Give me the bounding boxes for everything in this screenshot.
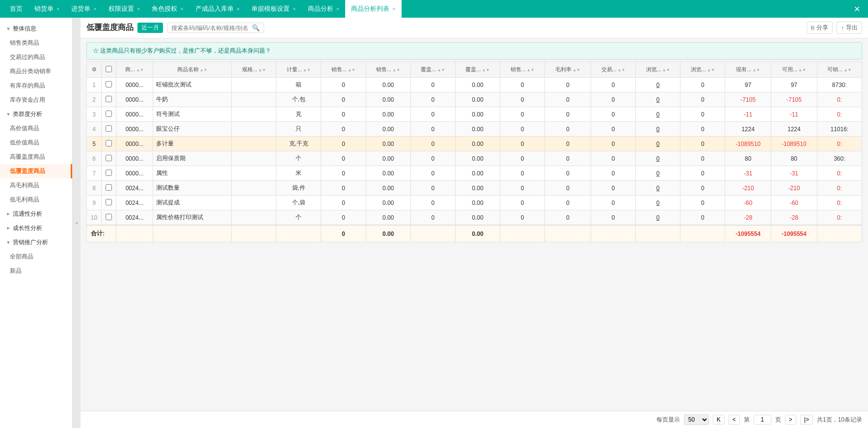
sidebar-item-low-coverage[interactable]: 低覆盖度商品 [0, 164, 72, 178]
row-checkbox[interactable] [102, 196, 116, 210]
table-row: 3 0000... 符号测试 克 0 0.00 0 0.00 0 0 0 0 0… [87, 107, 862, 122]
nav-role[interactable]: 角色授权 × [146, 0, 189, 18]
row-checkbox[interactable] [102, 210, 116, 226]
row-checkbox[interactable] [102, 181, 116, 196]
nav-permission[interactable]: 权限设置 × [103, 0, 146, 18]
col-name[interactable]: 商品名称▲▼ [153, 62, 231, 78]
share-button[interactable]: ⎘ 分享 [807, 22, 833, 34]
nav-permission-close[interactable]: × [137, 6, 140, 12]
row-sale3: 0 [500, 78, 545, 92]
col-saleable[interactable]: 可销...▲▼ [817, 62, 862, 78]
time-filter-button[interactable]: 近一月 [137, 23, 163, 33]
row-checkbox[interactable] [102, 137, 116, 151]
sidebar-item-low-margin[interactable]: 低毛利商品 [0, 193, 72, 207]
sidebar-item-high-coverage[interactable]: 高覆盖度商品 [0, 150, 72, 164]
row-browse1[interactable]: 0 [636, 196, 680, 210]
nav-role-close[interactable]: × [180, 6, 183, 12]
col-sale3[interactable]: 销售...▲▼ [500, 62, 545, 78]
col-current[interactable]: 现有...▲▼ [725, 62, 771, 78]
sidebar-section-growth[interactable]: ▼ 成长性分析 [0, 221, 72, 235]
global-close-button[interactable]: ✕ [850, 4, 864, 14]
col-sale1[interactable]: 销售...▲▼ [321, 62, 366, 78]
export-button[interactable]: ↑ 导出 [837, 22, 862, 34]
row-cov1: 0 [410, 107, 455, 122]
col-checkbox[interactable] [102, 62, 116, 78]
next-page-button[interactable]: > [785, 415, 796, 425]
sidebar-section-cluster[interactable]: ▼ 类群度分析 [0, 107, 72, 121]
page-number-input[interactable] [754, 415, 771, 425]
col-browse2[interactable]: 浏览...▲▼ [680, 62, 725, 78]
sidebar-item-sales-goods[interactable]: 销售类商品 [0, 36, 72, 50]
col-unit[interactable]: 计量...▲▼ [276, 62, 321, 78]
sidebar-item-instock-goods[interactable]: 有库存的商品 [0, 79, 72, 93]
sidebar-item-stock-capital[interactable]: 库存资金占用 [0, 93, 72, 107]
row-cov1: 0 [410, 210, 455, 226]
prev-page-button[interactable]: < [729, 415, 740, 425]
row-cov2: 0.00 [455, 196, 500, 210]
nav-purchase-close[interactable]: × [93, 6, 96, 12]
row-browse1[interactable]: 0 [636, 210, 680, 226]
row-browse1[interactable]: 0 [636, 137, 680, 151]
sidebar-item-low-value[interactable]: 低价值商品 [0, 136, 72, 150]
col-avail[interactable]: 可用...▲▼ [771, 62, 817, 78]
col-browse1[interactable]: 浏览...▲▼ [636, 62, 680, 78]
col-code[interactable]: 商...▲▼ [116, 62, 153, 78]
total-info: 共1页，10条记录 [817, 416, 862, 424]
row-browse1[interactable]: 0 [636, 107, 680, 122]
row-checkbox[interactable] [102, 122, 116, 137]
nav-finished-goods[interactable]: 产成品入库单 × [190, 0, 245, 18]
col-spec[interactable]: 规格...▲▼ [232, 62, 276, 78]
row-sale2: 0.00 [366, 107, 410, 122]
nav-sales[interactable]: 销货单 × [28, 0, 65, 18]
nav-goods-analysis-list[interactable]: 商品分析列表 × [345, 0, 401, 18]
select-all-checkbox[interactable] [106, 66, 112, 72]
row-browse1[interactable]: 0 [636, 78, 680, 92]
row-saleable: 0: [817, 137, 862, 151]
nav-goods-analysis-close[interactable]: × [336, 6, 339, 12]
nav-goods-list-close[interactable]: × [392, 6, 395, 12]
sidebar-item-all-goods[interactable]: 全部商品 [0, 250, 72, 264]
per-page-select[interactable]: 50 100 200 [684, 414, 709, 425]
col-cov2[interactable]: 覆盖...▲▼ [455, 62, 500, 78]
sidebar-item-new-goods[interactable]: 新品 [0, 264, 72, 278]
col-trade[interactable]: 交易...▲▼ [591, 62, 635, 78]
row-sale1: 0 [321, 137, 366, 151]
row-browse1[interactable]: 0 [636, 151, 680, 166]
col-settings[interactable]: ⚙ [87, 62, 102, 78]
col-sale2[interactable]: 销售...▲▼ [366, 62, 410, 78]
sidebar-item-high-margin[interactable]: 高毛利商品 [0, 178, 72, 193]
sidebar-item-category-turnover[interactable]: 商品分类动销率 [0, 64, 72, 79]
nav-purchase[interactable]: 进货单 × [65, 0, 102, 18]
nav-goods-analysis[interactable]: 商品分析 × [302, 0, 345, 18]
row-browse1[interactable]: 0 [636, 122, 680, 137]
row-unit: 袋,件 [276, 181, 321, 196]
search-input[interactable] [171, 25, 250, 31]
row-browse1[interactable]: 0 [636, 181, 680, 196]
row-checkbox[interactable] [102, 151, 116, 166]
col-cov1[interactable]: 覆盖...▲▼ [410, 62, 455, 78]
row-browse1[interactable]: 0 [636, 92, 680, 107]
sidebar-collapse-button[interactable]: « [73, 18, 81, 428]
nav-sales-close[interactable]: × [56, 6, 59, 12]
last-page-button[interactable]: |> [800, 415, 813, 425]
sidebar-item-traded-goods[interactable]: 交易过的商品 [0, 50, 72, 64]
row-checkbox[interactable] [102, 166, 116, 181]
row-cov2: 0.00 [455, 122, 500, 137]
row-checkbox[interactable] [102, 92, 116, 107]
table-container[interactable]: ⚙ 商...▲▼ 商品名称▲▼ 规格...▲▼ 计量...▲▼ 销售...▲▼ … [86, 61, 862, 411]
search-icon[interactable]: 🔍 [252, 24, 260, 31]
nav-template[interactable]: 单据模板设置 × [245, 0, 301, 18]
row-checkbox[interactable] [102, 107, 116, 122]
row-cov2: 0.00 [455, 92, 500, 107]
nav-finished-close[interactable]: × [237, 6, 240, 12]
sidebar-item-high-value[interactable]: 高价值商品 [0, 121, 72, 136]
nav-home[interactable]: 首页 [4, 0, 28, 18]
nav-template-close[interactable]: × [293, 6, 296, 12]
row-checkbox[interactable] [102, 78, 116, 92]
sidebar-section-overall[interactable]: ▼ 整体信息 [0, 22, 72, 36]
row-browse1[interactable]: 0 [636, 166, 680, 181]
first-page-button[interactable]: K [713, 415, 725, 425]
sidebar-section-circulation[interactable]: ▼ 流通性分析 [0, 207, 72, 221]
col-gross[interactable]: 毛利率▲▼ [545, 62, 591, 78]
sidebar-section-marketing[interactable]: ▼ 营销推广分析 [0, 235, 72, 250]
